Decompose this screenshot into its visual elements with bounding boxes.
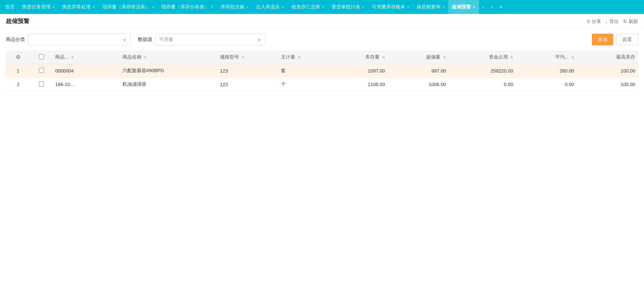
share-button[interactable]: ⎘ 分享 bbox=[587, 18, 601, 25]
cell-over: 997.00 bbox=[388, 64, 449, 78]
nav-close-icon-8[interactable]: × bbox=[362, 5, 364, 9]
datasource-filter-group: 数据源 可用量 ∨ bbox=[138, 34, 265, 45]
nav-close-icon-5[interactable]: × bbox=[246, 5, 249, 9]
sort-icon-spec: ⇅ bbox=[241, 55, 244, 59]
page-header: 超储预警 ⎘ 分享 ↓ 导出 ↻ 刷新 bbox=[0, 14, 644, 29]
cell-check bbox=[30, 78, 52, 91]
refresh-icon: ↻ bbox=[623, 19, 627, 24]
nav-item-7[interactable]: 收发存汇总表× bbox=[288, 0, 328, 14]
sort-icon-capital: ⇅ bbox=[510, 55, 513, 59]
cell-index: 1 bbox=[6, 64, 30, 78]
cell-spec: 123 bbox=[217, 64, 278, 78]
cell-over: 1006.00 bbox=[388, 78, 449, 91]
nav-item-8[interactable]: 要货单统计表× bbox=[328, 0, 368, 14]
gear-icon[interactable]: ⚙ bbox=[16, 54, 21, 60]
table-row: 2186-10...机油滤清器123个1106.001006.000.000.0… bbox=[6, 78, 638, 91]
category-filter-group: 商品分类 ∨ bbox=[6, 34, 131, 45]
cell-name: 六配套新昌490BPG bbox=[120, 64, 217, 78]
row-checkbox-1[interactable] bbox=[39, 81, 44, 86]
header-actions: ⎘ 分享 ↓ 导出 ↻ 刷新 bbox=[587, 18, 638, 25]
th-avg: 平均... ⇅ bbox=[516, 51, 577, 64]
sort-icon-code: ⇅ bbox=[71, 55, 74, 59]
cell-avg: 0.00 bbox=[516, 78, 577, 91]
filter-area: 商品分类 ∨ 数据源 可用量 ∨ 查询 设置 bbox=[0, 29, 644, 51]
sort-icon-unit: ⇅ bbox=[298, 55, 301, 59]
nav-item-0[interactable]: 首页 bbox=[1, 0, 18, 14]
nav-arrow-right[interactable]: › bbox=[488, 0, 497, 14]
export-icon: ↓ bbox=[605, 19, 608, 24]
th-name: 商品名称 ⇅ bbox=[120, 51, 217, 64]
cell-spec: 123 bbox=[217, 78, 278, 91]
cell-capital: 259220.00 bbox=[449, 64, 516, 78]
sort-icon-over: ⇅ bbox=[443, 55, 446, 59]
top-navigation: 首页拣货任务管理×拣货异常处理×现存量（库存状况表）×现存量（库存分布表）×库存… bbox=[0, 0, 644, 14]
table-body: 10000004六配套新昌490BPG123套1097.00997.002592… bbox=[6, 64, 638, 91]
datasource-select[interactable]: 可用量 ∨ bbox=[155, 34, 265, 45]
cell-stock: 1097.00 bbox=[327, 64, 388, 78]
nav-item-9[interactable]: 可用量库存账本× bbox=[368, 0, 413, 14]
table-row: 10000004六配套新昌490BPG123套1097.00997.002592… bbox=[6, 64, 638, 78]
category-label: 商品分类 bbox=[6, 36, 25, 43]
th-stock: 库存量 ⇅ bbox=[327, 51, 388, 64]
row-checkbox-0[interactable] bbox=[39, 68, 44, 73]
datasource-select-value: 可用量 bbox=[159, 36, 173, 43]
select-all-checkbox[interactable] bbox=[39, 54, 44, 59]
nav-item-11[interactable]: 超储预警× bbox=[448, 0, 479, 14]
cell-avg: 260.00 bbox=[516, 64, 577, 78]
nav-item-3[interactable]: 现存量（库存状况表）× bbox=[99, 0, 158, 14]
nav-item-6[interactable]: 出入库流水× bbox=[252, 0, 288, 14]
cell-unit: 个 bbox=[278, 78, 327, 91]
refresh-button[interactable]: ↻ 刷新 bbox=[623, 18, 638, 25]
datasource-label: 数据源 bbox=[138, 36, 152, 43]
cell-code: 0000004 bbox=[52, 64, 119, 78]
nav-close-icon-2[interactable]: × bbox=[92, 5, 95, 9]
nav-item-5[interactable]: 库存批次账× bbox=[217, 0, 252, 14]
cell-unit: 套 bbox=[278, 64, 327, 78]
nav-close-icon-9[interactable]: × bbox=[407, 5, 409, 9]
th-checkbox bbox=[30, 51, 52, 64]
th-code: 商品... ⇅ bbox=[52, 51, 119, 64]
page-title: 超储预警 bbox=[6, 18, 29, 25]
nav-close-icon-7[interactable]: × bbox=[322, 5, 324, 9]
th-unit: 主计量 ⇅ bbox=[278, 51, 327, 64]
nav-close-icon-6[interactable]: × bbox=[282, 5, 284, 9]
nav-item-10[interactable]: 保质期查询× bbox=[413, 0, 448, 14]
nav-item-2[interactable]: 拣货异常处理× bbox=[58, 0, 98, 14]
cell-name: 机油滤清器 bbox=[120, 78, 217, 91]
cell-maxstock: 100.00 bbox=[577, 64, 638, 78]
settings-button[interactable]: 设置 bbox=[616, 34, 638, 45]
nav-item-4[interactable]: 现存量（库存分布表）× bbox=[158, 0, 217, 14]
th-gear: ⚙ bbox=[6, 51, 30, 64]
nav-close-icon-11[interactable]: × bbox=[473, 5, 475, 9]
share-icon: ⎘ bbox=[587, 19, 590, 24]
sort-icon-name: ⇅ bbox=[144, 55, 147, 59]
chevron-down-icon-2: ∨ bbox=[257, 37, 261, 42]
main-table: ⚙ 商品... ⇅ 商品名称 ⇅ 规格型号 ⇅ 主计量 bbox=[6, 51, 638, 91]
category-select[interactable]: ∨ bbox=[28, 34, 131, 45]
sort-icon-avg: ⇅ bbox=[571, 55, 574, 59]
nav-item-1[interactable]: 拣货任务管理× bbox=[18, 0, 58, 14]
th-capital: 资金占用 ⇅ bbox=[449, 51, 516, 64]
table-header: ⚙ 商品... ⇅ 商品名称 ⇅ 规格型号 ⇅ 主计量 bbox=[6, 51, 638, 64]
nav-close-icon-3[interactable]: × bbox=[152, 5, 154, 9]
nav-close-icon-10[interactable]: × bbox=[442, 5, 444, 9]
th-over: 超储量 ⇅ bbox=[388, 51, 449, 64]
sort-icon-stock: ⇅ bbox=[382, 55, 385, 59]
cell-stock: 1106.00 bbox=[327, 78, 388, 91]
th-spec: 规格型号 ⇅ bbox=[217, 51, 278, 64]
export-button[interactable]: ↓ 导出 bbox=[605, 18, 619, 25]
chevron-down-icon: ∨ bbox=[123, 37, 127, 42]
nav-close-icon-4[interactable]: × bbox=[211, 5, 213, 9]
table-container: ⚙ 商品... ⇅ 商品名称 ⇅ 规格型号 ⇅ 主计量 bbox=[0, 51, 644, 91]
cell-code: 186-10... bbox=[52, 78, 119, 91]
nav-arrow-left[interactable]: ‹ bbox=[479, 0, 488, 14]
cell-capital: 0.00 bbox=[449, 78, 516, 91]
cell-index: 2 bbox=[6, 78, 30, 91]
cell-check bbox=[30, 64, 52, 78]
filter-action-buttons: 查询 设置 bbox=[592, 34, 638, 45]
query-button[interactable]: 查询 bbox=[592, 34, 613, 45]
nav-close-icon-1[interactable]: × bbox=[52, 5, 55, 9]
cell-maxstock: 100.00 bbox=[577, 78, 638, 91]
nav-arrow-more[interactable]: × bbox=[497, 0, 505, 14]
th-maxstock: 最高库存 bbox=[577, 51, 638, 64]
